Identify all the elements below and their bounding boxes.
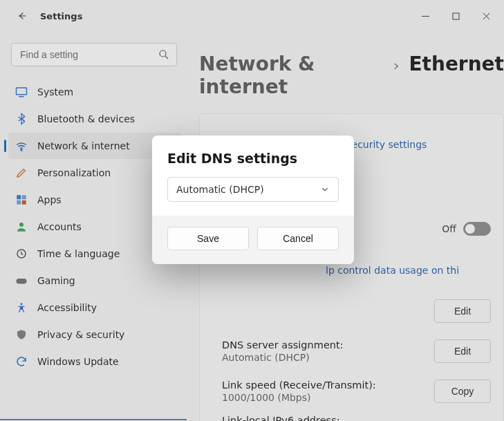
breadcrumb-seg2: Ethernet: [409, 53, 504, 75]
svg-point-8: [19, 223, 24, 227]
svg-point-11: [21, 303, 23, 305]
bluetooth-icon: [15, 113, 28, 125]
arrow-left-icon: [17, 10, 28, 21]
ipv6-row: Link-local IPv6 address: fe80::f091:5a92…: [222, 411, 491, 421]
close-icon: [483, 12, 490, 20]
modal-title: Edit DNS settings: [167, 151, 339, 166]
dns-value: Automatic (DHCP): [222, 352, 344, 363]
cancel-button[interactable]: Cancel: [257, 227, 339, 250]
search-icon: [158, 48, 170, 61]
close-button[interactable]: [471, 6, 501, 26]
svg-rect-7: [22, 200, 26, 205]
wifi-icon: [15, 140, 28, 152]
sidebar-item-label: Accessibility: [37, 302, 97, 313]
sidebar-item-label: Personalization: [37, 167, 111, 178]
apps-icon: [15, 194, 28, 206]
sidebar-item-label: Accounts: [37, 221, 82, 232]
sidebar-item-bluetooth[interactable]: Bluetooth & devices: [8, 106, 181, 132]
sidebar-item-label: Windows Update: [37, 356, 119, 367]
minimize-icon: [422, 12, 429, 20]
chevron-right-icon: ›: [393, 57, 400, 74]
titlebar: Settings: [0, 0, 504, 32]
person-icon: [15, 221, 28, 233]
gamepad-icon: [15, 274, 28, 287]
edit-dns-modal: Edit DNS settings Automatic (DHCP) Save …: [152, 135, 354, 264]
sidebar-item-label: Apps: [37, 194, 62, 205]
search-wrap: [11, 43, 177, 66]
edit-button-upper[interactable]: Edit: [434, 299, 491, 323]
sidebar-item-label: Time & language: [37, 248, 120, 259]
breadcrumb-seg1[interactable]: Network & internet: [199, 53, 384, 98]
save-button[interactable]: Save: [167, 227, 249, 250]
ipv6-label: Link-local IPv6 address:: [222, 415, 370, 421]
sidebar-item-accessibility[interactable]: Accessibility: [8, 294, 181, 321]
sidebar-item-privacy[interactable]: Privacy & security: [8, 321, 181, 348]
shield-icon: [15, 328, 28, 341]
dns-mode-dropdown[interactable]: Automatic (DHCP): [167, 177, 339, 202]
data-usage-note: lp control data usage on thi: [326, 265, 459, 276]
svg-rect-5: [22, 195, 26, 199]
update-icon: [15, 355, 28, 368]
breadcrumb: Network & internet › Ethernet: [187, 53, 504, 98]
dns-edit-button[interactable]: Edit: [434, 339, 491, 363]
linkspeed-copy-button[interactable]: Copy: [434, 380, 491, 403]
brush-icon: [15, 167, 28, 179]
maximize-icon: [452, 12, 460, 20]
sidebar-item-label: Privacy & security: [37, 329, 124, 340]
window-controls: [410, 6, 501, 26]
svg-point-1: [160, 50, 166, 57]
bottom-accent: [0, 419, 187, 420]
sidebar-item-label: Gaming: [37, 275, 75, 286]
toggle-switch[interactable]: [463, 222, 491, 236]
sidebar-item-label: Network & internet: [37, 140, 130, 151]
linkspeed-label: Link speed (Receive/Transmit):: [222, 380, 376, 391]
off-label: Off: [442, 223, 456, 234]
svg-rect-10: [17, 279, 27, 284]
svg-rect-2: [17, 88, 27, 95]
linkspeed-value: 1000/1000 (Mbps): [222, 392, 376, 403]
back-button[interactable]: [10, 3, 35, 28]
clock-icon: [15, 247, 28, 260]
sidebar-item-label: Bluetooth & devices: [37, 113, 135, 124]
svg-point-3: [21, 149, 22, 151]
system-icon: [15, 86, 28, 98]
linkspeed-row: Link speed (Receive/Transmit): 1000/1000…: [222, 371, 491, 411]
minimize-button[interactable]: [410, 6, 440, 26]
sidebar-item-gaming[interactable]: Gaming: [8, 268, 181, 294]
svg-rect-0: [453, 13, 459, 19]
sidebar-item-update[interactable]: Windows Update: [8, 348, 181, 375]
dns-label: DNS server assignment:: [222, 339, 344, 350]
app-title: Settings: [40, 11, 82, 21]
dropdown-value: Automatic (DHCP): [176, 184, 264, 195]
svg-rect-4: [17, 195, 21, 199]
accessibility-icon: [15, 301, 28, 314]
svg-rect-6: [17, 200, 21, 205]
search-input[interactable]: [11, 43, 177, 66]
dns-row: DNS server assignment: Automatic (DHCP) …: [222, 331, 491, 371]
chevron-down-icon: [320, 185, 330, 194]
sidebar-item-label: System: [37, 86, 73, 97]
maximize-button[interactable]: [440, 6, 471, 26]
sidebar-item-system[interactable]: System: [8, 79, 181, 105]
